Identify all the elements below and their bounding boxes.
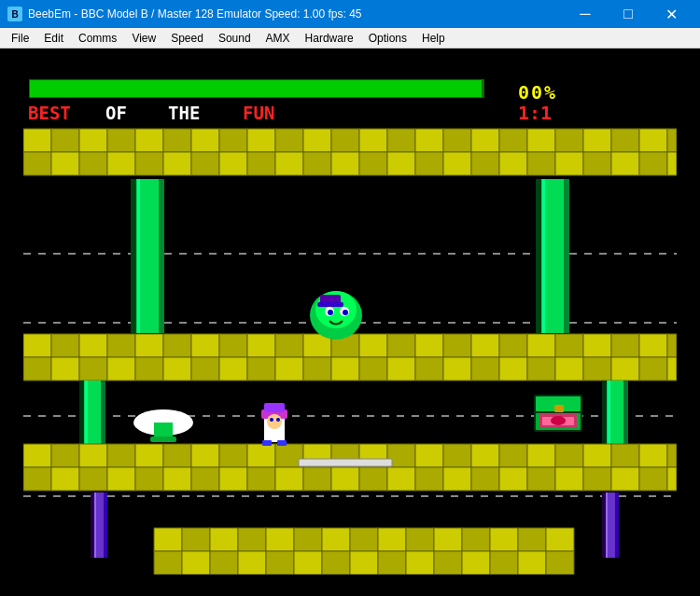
menu-options[interactable]: Options bbox=[361, 28, 414, 48]
svg-rect-169 bbox=[471, 467, 499, 491]
menu-bar: File Edit Comms View Speed Sound AMX Har… bbox=[0, 28, 700, 49]
svg-rect-15 bbox=[163, 129, 191, 152]
svg-rect-18 bbox=[247, 129, 275, 152]
svg-rect-44 bbox=[303, 152, 331, 175]
svg-text:00%: 00% bbox=[518, 81, 557, 104]
svg-rect-191 bbox=[322, 528, 350, 551]
svg-rect-93 bbox=[611, 334, 639, 357]
svg-rect-36 bbox=[79, 152, 107, 175]
svg-rect-11 bbox=[51, 129, 79, 152]
svg-rect-24 bbox=[415, 129, 443, 152]
svg-rect-233 bbox=[277, 440, 287, 446]
svg-rect-207 bbox=[350, 551, 378, 575]
svg-text:BEST: BEST bbox=[28, 103, 71, 123]
svg-rect-61 bbox=[137, 179, 140, 333]
svg-rect-152 bbox=[667, 444, 677, 467]
svg-rect-87 bbox=[443, 334, 471, 357]
svg-rect-132 bbox=[107, 444, 135, 467]
maximize-button[interactable]: □ bbox=[607, 0, 650, 28]
menu-amx[interactable]: AMX bbox=[259, 28, 298, 48]
svg-rect-213 bbox=[518, 551, 546, 575]
svg-rect-103 bbox=[219, 357, 247, 381]
menu-sound[interactable]: Sound bbox=[211, 28, 259, 48]
svg-rect-26 bbox=[471, 129, 499, 152]
svg-rect-85 bbox=[387, 334, 415, 357]
svg-rect-168 bbox=[443, 467, 471, 491]
svg-rect-33 bbox=[667, 129, 677, 152]
svg-rect-206 bbox=[322, 551, 350, 575]
svg-rect-42 bbox=[247, 152, 275, 175]
svg-rect-50 bbox=[471, 152, 499, 175]
svg-rect-133 bbox=[135, 444, 163, 467]
close-button[interactable]: ✕ bbox=[650, 0, 693, 28]
svg-rect-154 bbox=[51, 467, 79, 491]
svg-rect-31 bbox=[611, 129, 639, 152]
menu-hardware[interactable]: Hardware bbox=[298, 28, 361, 48]
svg-rect-114 bbox=[527, 357, 555, 381]
svg-rect-28 bbox=[527, 129, 555, 152]
window-controls[interactable]: ─ □ ✕ bbox=[564, 0, 693, 28]
title-bar: B BeebEm - BBC Model B / Master 128 Emul… bbox=[0, 0, 700, 28]
svg-rect-21 bbox=[331, 129, 359, 152]
svg-rect-72 bbox=[23, 334, 51, 357]
svg-rect-64 bbox=[564, 179, 569, 333]
menu-edit[interactable]: Edit bbox=[36, 28, 71, 48]
svg-rect-160 bbox=[219, 467, 247, 491]
svg-rect-81 bbox=[275, 334, 303, 357]
svg-rect-34 bbox=[23, 152, 51, 175]
minimize-button[interactable]: ─ bbox=[564, 0, 607, 28]
svg-rect-123 bbox=[101, 381, 105, 446]
svg-rect-32 bbox=[639, 129, 667, 152]
svg-rect-22 bbox=[359, 129, 387, 152]
svg-rect-56 bbox=[639, 152, 667, 175]
svg-rect-201 bbox=[182, 551, 210, 575]
svg-rect-161 bbox=[247, 467, 275, 491]
menu-help[interactable]: Help bbox=[414, 28, 453, 48]
svg-rect-200 bbox=[154, 551, 182, 575]
svg-rect-96 bbox=[23, 357, 51, 381]
svg-rect-193 bbox=[378, 528, 406, 551]
svg-rect-55 bbox=[611, 152, 639, 175]
svg-rect-173 bbox=[583, 467, 611, 491]
svg-rect-51 bbox=[499, 152, 527, 175]
svg-rect-112 bbox=[471, 357, 499, 381]
svg-text:FUN: FUN bbox=[243, 103, 274, 123]
svg-rect-95 bbox=[667, 334, 677, 357]
svg-rect-101 bbox=[163, 357, 191, 381]
svg-rect-202 bbox=[210, 551, 238, 575]
svg-rect-194 bbox=[406, 528, 434, 551]
svg-rect-164 bbox=[331, 467, 359, 491]
svg-rect-171 bbox=[527, 467, 555, 491]
svg-rect-89 bbox=[499, 334, 527, 357]
svg-rect-104 bbox=[247, 357, 275, 381]
svg-rect-232 bbox=[262, 440, 272, 446]
menu-file[interactable]: File bbox=[4, 28, 36, 48]
svg-rect-106 bbox=[303, 357, 331, 381]
svg-rect-204 bbox=[266, 551, 294, 575]
svg-text:THE: THE bbox=[168, 103, 200, 123]
menu-view[interactable]: View bbox=[124, 28, 163, 48]
svg-point-229 bbox=[267, 414, 282, 429]
svg-rect-178 bbox=[91, 492, 94, 558]
svg-rect-108 bbox=[359, 357, 387, 381]
svg-rect-111 bbox=[443, 357, 471, 381]
svg-rect-76 bbox=[135, 334, 163, 357]
svg-point-231 bbox=[276, 418, 280, 422]
svg-rect-130 bbox=[51, 444, 79, 467]
svg-rect-236 bbox=[554, 405, 564, 412]
svg-rect-14 bbox=[135, 129, 163, 152]
svg-rect-166 bbox=[387, 467, 415, 491]
svg-rect-60 bbox=[159, 179, 164, 333]
svg-rect-79 bbox=[219, 334, 247, 357]
svg-rect-127 bbox=[623, 381, 628, 446]
menu-comms[interactable]: Comms bbox=[71, 28, 124, 48]
svg-rect-195 bbox=[434, 528, 462, 551]
svg-rect-102 bbox=[191, 357, 219, 381]
svg-rect-175 bbox=[639, 467, 667, 491]
svg-rect-10 bbox=[23, 129, 51, 152]
svg-rect-134 bbox=[163, 444, 191, 467]
svg-rect-128 bbox=[608, 381, 610, 446]
svg-rect-88 bbox=[471, 334, 499, 357]
menu-speed[interactable]: Speed bbox=[163, 28, 211, 48]
svg-rect-97 bbox=[51, 357, 79, 381]
